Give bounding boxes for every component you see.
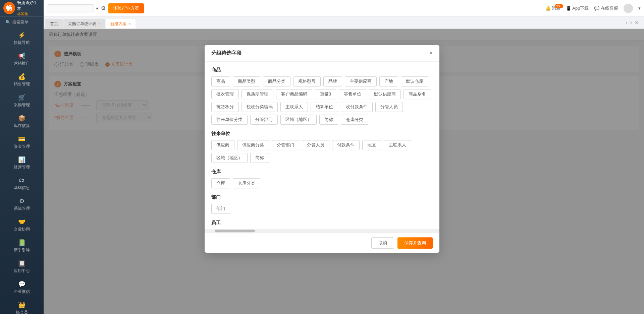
field-tag-w1[interactable]: 仓库 [211,178,230,188]
field-tag-p21[interactable]: 分管人员 [375,102,403,112]
finance-icon: 💳 [18,135,25,143]
field-group-title-employee: 员工 [211,220,433,226]
tab-close-all-icon[interactable]: ✕ [635,19,639,26]
sidebar-item-sales[interactable]: 💰销售管理 [0,70,44,90]
field-tag-pa8[interactable]: 区域（地区） [211,153,248,163]
app-download-btn[interactable]: 📱 App下载 [566,5,589,11]
sidebar-search[interactable]: 🔍 搜索菜单 [0,17,44,28]
field-tag-p20[interactable]: 收付款条件 [341,102,373,112]
tab-close-new-plan[interactable]: × [128,22,130,26]
service-icon: 💬 [594,6,599,11]
sidebar-item-system[interactable]: ⚙系统管理 [0,194,44,215]
field-tag-pa3[interactable]: 分管部门 [272,140,299,150]
tab-home[interactable]: 首页 [45,19,63,28]
field-tag-p24[interactable]: 区域（地区） [280,115,317,125]
field-tag-p4[interactable]: 规格型号 [293,76,321,86]
field-tag-p12[interactable]: 重量3 [315,89,336,99]
modal-save-btn[interactable]: 保存并查询 [397,237,433,249]
sidebar-item-inventory[interactable]: 📦库存核算 [0,111,44,132]
field-tag-pa4[interactable]: 分管人员 [302,140,329,150]
field-tag-pa5[interactable]: 付款条件 [332,140,360,150]
field-tag-pa7[interactable]: 主联系人 [384,140,411,150]
field-tag-p17[interactable]: 税收分类编码 [241,102,278,112]
sidebar-item-corp[interactable]: 🤝企业协同 [0,215,44,236]
field-tag-p6[interactable]: 主要供应商 [345,76,377,86]
user-avatar[interactable] [624,4,633,13]
wechat-icon: 💬 [18,280,25,288]
tabbar: 首页采购订单统计表×新建方案× ‹ › ✕ [44,17,644,29]
modal-horizontal-scrollbar[interactable] [205,229,439,233]
sidebar-item-guide[interactable]: 📗新手引导 [0,236,44,256]
sidebar-item-apps[interactable]: 🔲应用中心 [0,256,44,277]
quick-nav-icon: ⚡ [18,32,25,39]
app-logo-text: 畅捷通好生意 标签鱼 [17,0,40,16]
experience-btn[interactable]: 体验行业方案 [108,3,144,13]
field-tag-d1[interactable]: 部门 [211,204,230,214]
field-tag-p23[interactable]: 分管部门 [250,115,278,125]
sidebar-item-base[interactable]: 🗂基础信息 [0,174,44,194]
tab-new-plan[interactable]: 新建方案× [106,19,135,28]
online-service-btn[interactable]: 💬 在线客服 [594,5,618,11]
field-group-title-department: 部门 [211,194,433,200]
field-tag-p8[interactable]: 默认仓库 [401,76,428,86]
sidebar-item-quick-nav[interactable]: ⚡快捷导航 [0,28,44,49]
field-list-warehouse: 仓库仓库分类 [211,178,433,188]
field-tag-p16[interactable]: 拣货积分 [211,102,239,112]
field-tag-pa1[interactable]: 供应商 [211,140,234,150]
field-tag-w2[interactable]: 仓库分类 [233,178,260,188]
field-tag-p19[interactable]: 结算单位 [311,102,338,112]
field-tag-p14[interactable]: 默认供应商 [369,89,401,99]
field-tag-p5[interactable]: 品牌 [323,76,342,86]
field-tag-p2[interactable]: 商品类型 [233,76,260,86]
modal-header: 分组待选字段 × [205,45,439,62]
field-tag-p26[interactable]: 仓库分类 [341,115,368,125]
topbar: ▾ ⚙ 体验行业方案 🔔 消息 99+ 📱 App下载 💬 在线客服 ▾ [44,0,644,17]
topbar-gear-icon[interactable]: ⚙ [101,5,106,11]
field-tag-p11[interactable]: 客户商品编码 [276,89,312,99]
modal-body[interactable]: 商品商品商品类型商品分类规格型号品牌主要供应商产地默认仓库批次管理保质期管理客户… [205,62,439,229]
sidebar-item-member[interactable]: 👑畅会员 [0,298,44,314]
search-icon: 🔍 [5,20,10,24]
tab-purchase-stats[interactable]: 采购订单统计表× [63,19,105,28]
field-tag-p3[interactable]: 商品分类 [263,76,290,86]
field-tag-pa6[interactable]: 地区 [362,140,381,150]
field-tag-pa9[interactable]: 简称 [250,153,269,163]
sidebar-item-marketing[interactable]: 📢营销推广 [0,49,44,70]
sidebar-item-operation[interactable]: 📊经营管理 [0,153,44,174]
sidebar-item-purchase[interactable]: 🛒采购管理 [0,90,44,111]
field-tag-p15[interactable]: 商品别名 [404,89,431,99]
field-tag-p13[interactable]: 零售单位 [339,89,366,99]
field-list-partner: 供应商供应商分类分管部门分管人员付款条件地区主联系人区域（地区）简称 [211,140,433,163]
modal-scrollbar-thumb[interactable] [215,230,255,232]
modal-cancel-btn[interactable]: 取消 [371,237,394,249]
field-tag-p9[interactable]: 批次管理 [211,89,239,99]
field-group-title-product: 商品 [211,67,433,73]
field-tag-p7[interactable]: 产地 [379,76,398,86]
field-tag-p1[interactable]: 商品 [211,76,230,86]
user-dropdown-icon[interactable]: ▾ [638,6,641,11]
notification-btn[interactable]: 🔔 消息 99+ [545,5,561,11]
member-icon: 👑 [18,301,25,309]
modal-title: 分组待选字段 [211,50,241,56]
download-icon: 📱 [566,6,571,11]
sidebar-item-wechat[interactable]: 💬企业微信 [0,277,44,298]
field-tag-p18[interactable]: 主联系人 [280,102,308,112]
operation-icon: 📊 [18,156,25,164]
topbar-search-input[interactable] [47,4,94,12]
tab-arrow-left-icon[interactable]: ‹ [626,19,627,26]
field-tag-p10[interactable]: 保质期管理 [241,89,273,99]
guide-icon: 📗 [18,239,25,246]
field-group-product: 商品商品商品类型商品分类规格型号品牌主要供应商产地默认仓库批次管理保质期管理客户… [211,67,433,125]
inventory-icon: 📦 [18,115,25,122]
system-icon: ⚙ [19,197,24,205]
sidebar-item-finance[interactable]: 💳资金管理 [0,132,44,153]
modal-close-btn[interactable]: × [429,50,433,57]
bell-icon: 🔔 [545,6,551,11]
field-tag-p25[interactable]: 简称 [319,115,338,125]
field-tag-p22[interactable]: 往来单位分类 [211,115,248,125]
dropdown-arrow-icon[interactable]: ▾ [96,6,98,11]
tab-close-purchase-stats[interactable]: × [98,22,100,26]
field-tag-pa2[interactable]: 供应商分类 [237,140,269,150]
sidebar-logo: 畅 畅捷通好生意 标签鱼 [0,0,44,17]
tab-arrow-right-icon[interactable]: › [630,19,632,26]
